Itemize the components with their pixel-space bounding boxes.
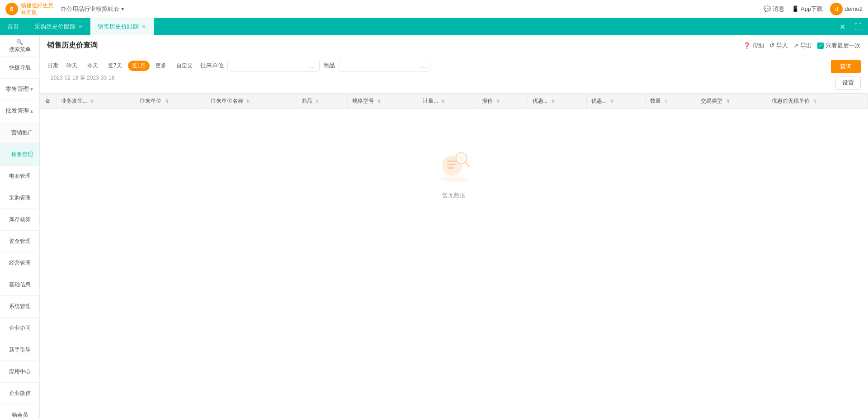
th-settings[interactable]: ⚙ [40,94,56,109]
sidebar-item-finance[interactable]: 资金管理 [0,231,39,252]
sort-arrows-partner-code: ⇅ [165,99,169,104]
th-quantity[interactable]: 数量 ⇅ [646,94,696,109]
sidebar-item-operation[interactable]: 经营管理 [0,252,39,274]
message-action[interactable]: 💬 消息 [764,5,784,13]
partner-label: 往来单位 [200,62,224,70]
goods-input[interactable] [343,62,419,69]
import-icon: ↺ [769,42,774,49]
app-selector[interactable]: 办公用品行业模拟账套 ▾ [57,3,128,15]
date-btn-yesterday[interactable]: 昨天 [62,61,81,71]
logo-text: 畅捷通好生意 标准版 [21,2,53,15]
sidebar-item-shortcut[interactable]: 快捷导航 [0,57,39,79]
download-action[interactable]: 📱 App下载 [792,5,823,13]
topbar: 6 畅捷通好生意 标准版 办公用品行业模拟账套 ▾ 💬 消息 📱 App下载 d… [0,0,868,18]
sidebar-item-enterprise[interactable]: 企业协同 [0,318,39,339]
filters-line-2: 2023-02-18 至 2023-03-18 [47,74,824,82]
th-discount2[interactable]: 优惠... ⇅ [586,94,645,109]
sort-arrows-partner-name: ⇅ [246,99,250,104]
sidebar-item-guide[interactable]: 新手引导 [0,339,39,361]
help-btn[interactable]: ❓ 帮助 [743,42,764,50]
search-icon: 🔍 [16,39,23,46]
th-spec[interactable]: 规格型号 ⇅ [347,94,418,109]
sort-arrows-quantity: ⇅ [665,99,668,104]
settings-button[interactable]: 设置 [835,76,861,90]
date-btn-more[interactable]: 更多 [151,61,170,71]
sidebar-item-system[interactable]: 系统管理 [0,296,39,318]
svg-point-7 [458,155,465,162]
tab-sales-close[interactable]: ✕ [142,24,146,30]
message-icon: 💬 [764,5,771,12]
sort-arrows-unit: ⇅ [441,99,445,104]
goods-dots-btn[interactable]: ... [420,62,426,70]
page-actions: ❓ 帮助 ↺ 导入 ↗ 导出 只看最后一次 [743,42,861,50]
date-btn-7days[interactable]: 近7天 [104,61,126,71]
empty-state: 暂无数据 [40,109,868,236]
filters-container: 日期 昨天 今天 近7天 近1月 更多 自定义 往来单位 [40,54,868,94]
sort-arrows-discount1: ⇅ [551,99,555,104]
sort-arrows-price: ⇅ [496,99,500,104]
date-btn-today[interactable]: 今天 [83,61,102,71]
page-header: 销售历史价查询 ❓ 帮助 ↺ 导入 ↗ 导出 [40,35,868,54]
tab-sales[interactable]: 销售历史价跟踪 ✕ [90,18,154,35]
tab-purchase-close[interactable]: ✕ [78,24,83,30]
logo-area: 6 畅捷通好生意 标准版 [5,2,53,15]
partner-input[interactable] [231,62,307,69]
checkbox-checked-icon [817,43,824,49]
table-wrap: ⚙ 业务发生... ⇅ 往来单位 ⇅ 往来单位名称 [40,94,868,236]
partner-dots-btn[interactable]: ... [309,62,315,70]
sidebar-item-inventory[interactable]: 库存核算 [0,209,39,231]
sidebar: 🔍 搜索菜单 快捷导航 零售管理 ▼ 批发管理 ▲ 营销推广 销售管理 电商管理… [0,35,40,418]
sort-arrows-goods: ⇅ [316,99,319,104]
date-btn-1month[interactable]: 近1月 [128,61,150,71]
maximize-btn[interactable]: ⛶ [852,22,864,32]
export-btn[interactable]: ↗ 导出 [793,42,812,50]
table-header-row: ⚙ 业务发生... ⇅ 往来单位 ⇅ 往来单位名称 [40,94,868,109]
avatar: d [830,3,843,15]
date-btn-custom[interactable]: 自定义 [172,61,197,71]
import-btn[interactable]: ↺ 导入 [769,42,788,50]
sidebar-item-ecommerce[interactable]: 电商管理 [0,166,39,187]
only-last-checkbox[interactable]: 只看最后一次 [817,42,861,50]
sidebar-item-wechat[interactable]: 企业微信 [0,383,39,404]
sort-arrows-pretax-price: ⇅ [813,99,816,104]
th-discount1[interactable]: 优惠... ⇅ [528,94,586,109]
sidebar-item-member[interactable]: 畅会员 [0,404,39,418]
filters-line-1: 日期 昨天 今天 近7天 近1月 更多 自定义 往来单位 [47,60,824,71]
th-price[interactable]: 报价 ⇅ [477,94,528,109]
query-button[interactable]: 查询 [831,60,861,73]
th-partner-code[interactable]: 往来单位 ⇅ [135,94,206,109]
tabbar: 首页 采购历史价跟踪 ✕ 销售历史价跟踪 ✕ ✕ ⛶ [0,18,868,35]
filters-row: 日期 昨天 今天 近7天 近1月 更多 自定义 往来单位 [47,60,861,90]
topbar-right: 💬 消息 📱 App下载 d demo2 [764,3,863,15]
sidebar-item-basic[interactable]: 基础信息 [0,274,39,296]
chevron-down-icon: ▾ [121,5,124,12]
settings-icon: ⚙ [45,98,50,104]
sidebar-item-purchase-mgmt[interactable]: 采购管理 [0,187,39,209]
tab-purchase[interactable]: 采购历史价跟踪 ✕ [27,18,90,35]
th-unit[interactable]: 计量... ⇅ [418,94,477,109]
goods-label: 商品 [323,62,335,70]
close-tab-btn[interactable]: ✕ [837,22,848,32]
sidebar-item-search[interactable]: 🔍 搜索菜单 [0,35,39,57]
sidebar-item-sales-mgmt[interactable]: 销售管理 [0,144,39,166]
sidebar-item-wholesale[interactable]: 批发管理 ▲ [0,100,39,122]
logo-icon: 6 [5,3,18,15]
sidebar-item-retail[interactable]: 零售管理 ▼ [0,79,39,100]
empty-icon [434,145,474,186]
user-action[interactable]: d demo2 [830,3,863,15]
chevron-up-icon: ▲ [29,108,34,114]
help-icon: ❓ [743,42,750,49]
th-goods[interactable]: 商品 ⇅ [297,94,347,109]
sidebar-item-marketing[interactable]: 营销推广 [0,122,39,144]
tab-home[interactable]: 首页 [0,18,27,35]
svg-rect-4 [447,167,454,169]
svg-rect-3 [447,164,456,165]
sidebar-item-apps[interactable]: 应用中心 [0,361,39,383]
th-trade-type[interactable]: 交易类型 ⇅ [696,94,767,109]
th-partner-name[interactable]: 往来单位名称 ⇅ [206,94,297,109]
th-pretax-price[interactable]: 优惠前无税单价 ⇅ [767,94,868,109]
svg-line-6 [465,162,469,166]
date-range-text: 2023-02-18 至 2023-03-18 [51,74,114,82]
th-biz-date[interactable]: 业务发生... ⇅ [56,94,135,109]
empty-text: 暂无数据 [442,191,466,200]
